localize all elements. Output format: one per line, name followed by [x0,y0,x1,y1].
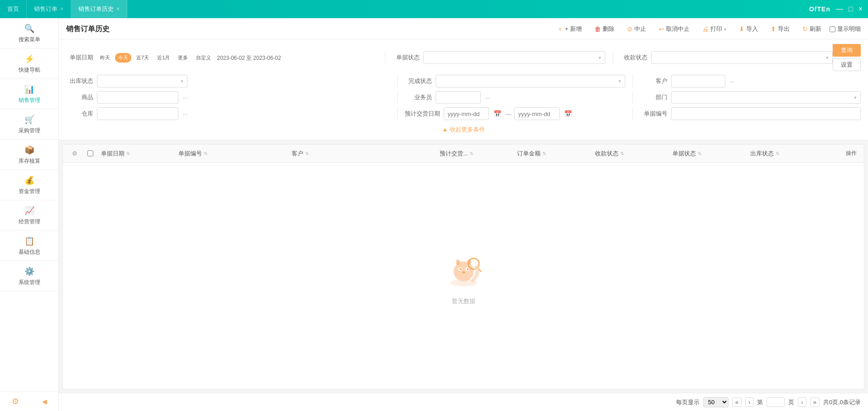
tab-sales-order-close[interactable]: × [60,6,63,12]
sidebar-item-finance[interactable]: 💰 资金管理 [0,170,58,200]
calendar2-icon[interactable]: 📅 [562,110,574,117]
th-customer-sort[interactable]: ⇅ [305,151,309,156]
add-button[interactable]: ＋ + 新增 [552,23,586,35]
th-expected-date-sort[interactable]: ⇅ [470,151,473,156]
page-input[interactable]: 1 [767,397,785,407]
filter-complete-status-select[interactable]: ▾ [436,75,625,87]
first-page-btn[interactable]: « [732,397,742,407]
stop-button[interactable]: ⊘ 中止 [623,23,651,35]
th-customer-label: 客户 [292,150,303,158]
print-button[interactable]: 🖨 打印 ▾ [698,23,731,35]
refresh-button[interactable]: ↻ 刷新 [798,23,826,35]
sidebar-item-inventory[interactable]: 📦 库存核算 [0,140,58,170]
filter-dept-select[interactable]: ▾ [671,91,861,104]
minimize-btn[interactable]: — [836,5,843,13]
top-bar: 首页 销售订单 × 销售订单历史 × OfTEn — □ × [0,0,868,18]
th-order-status-sort[interactable]: ⇅ [698,151,701,156]
date-tag-more[interactable]: 更多 [175,53,191,63]
total-label: 共0页,0条记录 [823,398,861,406]
filter-warehouse-dots[interactable]: ··· [181,111,190,117]
collapse-btn[interactable]: ▲ 收起更多条件 [66,124,861,135]
last-page-btn[interactable]: » [810,397,820,407]
filter-pay-status: 收款状态 ▾ [620,51,833,64]
cancel-stop-button[interactable]: ↩ 取消中止 [654,23,694,35]
th-no-sort[interactable]: ⇅ [204,151,207,156]
filter-warehouse-input[interactable] [97,107,178,120]
tab-sales-order[interactable]: 销售订单 × [27,0,71,18]
filter-expected-date: 预计交货日期 📅 — 📅 [405,107,625,120]
export-button[interactable]: ⬆ 导出 [766,23,794,35]
filter-customer-control: ··· [671,75,861,87]
th-out-status-sort[interactable]: ⇅ [776,151,779,156]
filter-order-no-label: 单据编号 [640,110,667,118]
maximize-btn[interactable]: □ [849,5,853,13]
table-settings-icon[interactable]: ⚙ [67,150,83,157]
filter-date1-input[interactable] [444,107,489,120]
sidebar-item-purchase-mgmt[interactable]: 🛒 采购管理 [0,109,58,140]
purchase-mgmt-icon: 🛒 [24,115,34,125]
collapse-sidebar-icon[interactable]: ◀ [42,398,47,405]
filter-goods-input[interactable] [97,91,178,104]
filter-pay-status-select[interactable]: ▾ [651,51,833,64]
tab-sales-order-history[interactable]: 销售订单历史 × [71,0,127,18]
filter-customer-input[interactable] [671,75,725,87]
close-window-btn[interactable]: × [858,5,863,13]
query-button[interactable]: 查询 [833,44,861,57]
filter-goods-dots[interactable]: ··· [181,94,190,101]
per-page-select[interactable]: 50 10 20 100 [703,397,729,407]
display-toggle-checkbox[interactable] [830,26,835,32]
next-page-btn[interactable]: › [798,397,806,407]
calendar1-icon[interactable]: 📅 [492,110,503,117]
collapse-label: ▲ 收起更多条件 [442,126,484,134]
prev-page-btn[interactable]: ‹ [745,397,753,407]
filter-date2-input[interactable] [514,107,560,120]
date-tag-today[interactable]: 今天 [115,53,131,63]
settings-button[interactable]: 设置 [833,58,861,71]
tab-sales-order-history-close[interactable]: × [116,6,120,12]
filter-warehouse: 仓库 ··· [66,107,390,120]
check-all-checkbox[interactable] [87,150,93,156]
filter-order-no-input[interactable] [671,107,861,120]
query-btns-container: 查询 设置 [833,44,861,71]
sidebar-item-sys-mgmt[interactable]: ⚙️ 系统管理 [0,261,58,291]
filter-complete-status-label: 完成状态 [405,77,432,85]
date-tag-custom[interactable]: 自定义 [193,53,214,63]
filter-salesperson-dots[interactable]: ··· [484,94,492,101]
filter-divider-5 [397,91,398,104]
main-layout: 🔍 搜索菜单 ⚡ 快捷导航 📊 销售管理 🛒 采购管理 📦 库存核算 💰 资金管… [0,18,868,411]
filter-customer-label: 客户 [640,77,667,85]
sales-mgmt-icon: 📊 [24,84,34,94]
sidebar-item-search-menu[interactable]: 🔍 搜索菜单 [0,18,58,48]
per-page-label: 每页显示 [676,398,700,406]
sidebar-item-quick-nav[interactable]: ⚡ 快捷导航 [0,48,58,79]
date-tag-last7[interactable]: 近7天 [133,53,152,63]
filter-out-status-select[interactable]: ▾ [97,75,187,87]
display-toggle-label[interactable]: 显示明细 [830,25,861,33]
sidebar-item-operation-label: 经营管理 [19,218,40,226]
inventory-icon: 📦 [24,145,34,155]
filter-customer-dots[interactable]: ··· [728,78,737,85]
filter-order-status-select[interactable]: ▾ [423,51,605,64]
filter-salesperson-input[interactable] [436,91,481,104]
th-pay-status-sort[interactable]: ⇅ [620,151,624,156]
settings-bottom-icon[interactable]: ⚙ [12,396,19,406]
date-range-dash: — [506,111,512,117]
table-check-all[interactable] [83,150,97,156]
tab-home[interactable]: 首页 [0,0,27,18]
filter-divider-6 [633,91,633,104]
add-icon: ＋ [557,25,563,33]
date-tag-yesterday[interactable]: 昨天 [97,53,113,63]
delete-button[interactable]: 🗑 删除 [590,23,619,35]
sidebar-item-operation[interactable]: 📈 经营管理 [0,200,58,231]
finance-icon: 💰 [24,175,34,185]
import-button[interactable]: ⬇ 导入 [734,23,762,35]
sidebar-item-sales-mgmt[interactable]: 📊 销售管理 [0,79,58,109]
filter-dept: 部门 ▾ [640,91,861,104]
th-date-sort[interactable]: ⇅ [126,151,130,156]
th-amount-sort[interactable]: ⇅ [542,151,546,156]
date-tag-last1m[interactable]: 近1月 [154,53,173,63]
sidebar-item-basic-info[interactable]: 📋 基础信息 [0,231,58,261]
filter-complete-status: 完成状态 ▾ [405,75,625,87]
tab-sales-order-history-label: 销售订单历史 [78,5,114,13]
display-toggle-text: 显示明细 [837,25,861,33]
